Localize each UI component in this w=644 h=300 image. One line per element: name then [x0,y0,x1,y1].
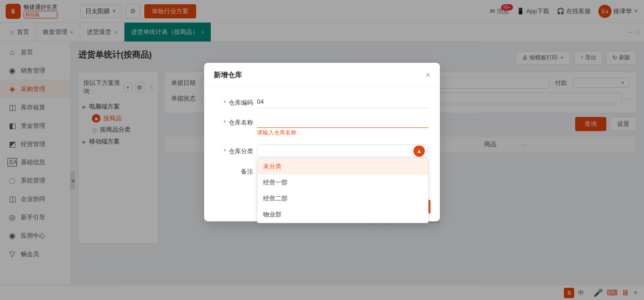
dialog-body: * 仓库编码 * 仓库名称 请输入仓库名称 * 仓库分类 [204,86,440,194]
category-field-label: * 仓库分类 [215,144,253,156]
code-field-label: * 仓库编码 [215,96,253,107]
category-input[interactable] [257,144,429,157]
name-field-label: * 仓库名称 [215,116,253,127]
dropdown-item-3[interactable]: 物业部 [257,207,428,223]
dialog-header: 新增仓库 × [204,63,440,86]
dropdown-item-1[interactable]: 经营一部 [257,175,428,191]
dropdown-item-2[interactable]: 经营二部 [257,191,428,207]
dialog-close-button[interactable]: × [425,70,430,80]
category-field-row: * 仓库分类 ▲ 未分类 经营一部 经营二部 [215,144,429,157]
category-chevron-up-icon[interactable]: ▲ [413,145,425,157]
category-dropdown: 未分类 经营一部 经营二部 物业部 [257,158,429,223]
name-field-row: * 仓库名称 请输入仓库名称 [215,116,429,137]
name-error-text: 请输入仓库名称 [257,129,429,137]
category-field-wrap: ▲ 未分类 经营一部 经营二部 物业部 [257,144,429,157]
dialog-title: 新增仓库 [214,71,242,80]
code-field-col [257,96,429,108]
dropdown-item-0[interactable]: 未分类 [257,158,428,175]
warehouse-name-input[interactable] [257,116,429,128]
notes-field-label: 备注 [215,165,253,176]
name-field-col: 请输入仓库名称 [257,116,429,137]
warehouse-code-input[interactable] [257,96,429,108]
code-field-row: * 仓库编码 [215,96,429,108]
add-warehouse-dialog: 新增仓库 × * 仓库编码 * 仓库名称 请输入仓库名称 [204,63,440,221]
